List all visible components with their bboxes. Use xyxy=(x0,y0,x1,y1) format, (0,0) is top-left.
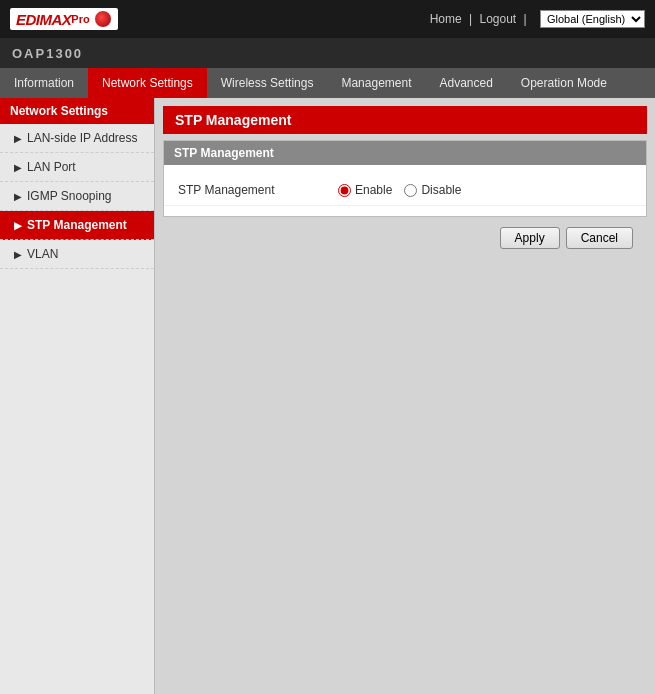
stp-management-row: STP Management Enable Disable xyxy=(164,175,646,206)
arrow-icon: ▶ xyxy=(14,191,22,202)
sidebar: Network Settings ▶ LAN-side IP Address ▶… xyxy=(0,98,155,694)
disable-radio-label[interactable]: Disable xyxy=(404,183,461,197)
enable-radio[interactable] xyxy=(338,184,351,197)
sidebar-item-vlan[interactable]: ▶ VLAN xyxy=(0,240,154,269)
header-links: Home | Logout | Global (English) xyxy=(430,10,645,28)
arrow-icon: ▶ xyxy=(14,220,22,231)
apply-button[interactable]: Apply xyxy=(500,227,560,249)
header: EDIMAX Pro Home | Logout | Global (Engli… xyxy=(0,0,655,38)
arrow-icon: ▶ xyxy=(14,249,22,260)
nav-bar: Information Network Settings Wireless Se… xyxy=(0,68,655,98)
form-body: STP Management Enable Disable xyxy=(164,165,646,216)
separator2: | xyxy=(524,12,527,26)
logo-pro: Pro xyxy=(71,13,89,25)
logo-box: EDIMAX Pro xyxy=(10,8,118,30)
page-title: STP Management xyxy=(163,106,647,134)
sidebar-item-stp-management[interactable]: ▶ STP Management xyxy=(0,211,154,240)
device-title: OAP1300 xyxy=(12,46,83,61)
enable-label: Enable xyxy=(355,183,392,197)
nav-item-wireless-settings[interactable]: Wireless Settings xyxy=(207,68,328,98)
nav-item-management[interactable]: Management xyxy=(327,68,425,98)
arrow-icon: ▶ xyxy=(14,162,22,173)
form-section: STP Management STP Management Enable Dis… xyxy=(163,140,647,217)
enable-radio-label[interactable]: Enable xyxy=(338,183,392,197)
logo-edimax: EDIMAX xyxy=(16,11,71,28)
stp-management-control: Enable Disable xyxy=(338,183,461,197)
cancel-button[interactable]: Cancel xyxy=(566,227,633,249)
disable-radio[interactable] xyxy=(404,184,417,197)
form-section-header: STP Management xyxy=(164,141,646,165)
content-area: STP Management STP Management STP Manage… xyxy=(155,98,655,694)
main-layout: Network Settings ▶ LAN-side IP Address ▶… xyxy=(0,98,655,694)
arrow-icon: ▶ xyxy=(14,133,22,144)
sidebar-item-lan-port[interactable]: ▶ LAN Port xyxy=(0,153,154,182)
disable-label: Disable xyxy=(421,183,461,197)
nav-item-operation-mode[interactable]: Operation Mode xyxy=(507,68,621,98)
logo-area: EDIMAX Pro xyxy=(10,8,118,30)
logout-link[interactable]: Logout xyxy=(479,12,516,26)
stp-management-label: STP Management xyxy=(178,183,338,197)
nav-item-information[interactable]: Information xyxy=(0,68,88,98)
home-link[interactable]: Home xyxy=(430,12,462,26)
button-row: Apply Cancel xyxy=(163,217,647,259)
nav-item-advanced[interactable]: Advanced xyxy=(425,68,506,98)
separator1: | xyxy=(469,12,472,26)
logo-circle-icon xyxy=(94,10,112,28)
language-select[interactable]: Global (English) xyxy=(540,10,645,28)
device-title-bar: OAP1300 xyxy=(0,38,655,68)
sidebar-title: Network Settings xyxy=(0,98,154,124)
sidebar-item-lan-side-ip[interactable]: ▶ LAN-side IP Address xyxy=(0,124,154,153)
nav-item-network-settings[interactable]: Network Settings xyxy=(88,68,207,98)
sidebar-item-igmp-snooping[interactable]: ▶ IGMP Snooping xyxy=(0,182,154,211)
